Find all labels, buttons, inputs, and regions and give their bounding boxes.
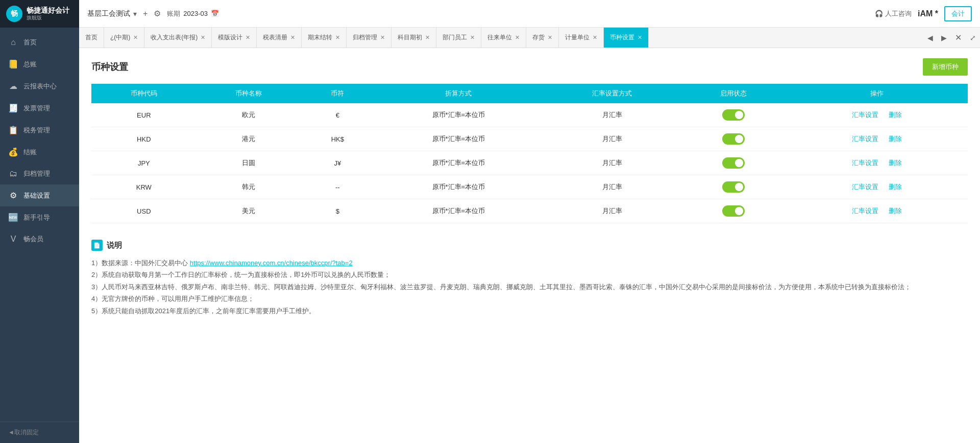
cell-name-1: 港元 bbox=[197, 127, 302, 151]
tab-period-end[interactable]: 期末结转 ✕ bbox=[302, 28, 347, 48]
tab-home[interactable]: 首页 bbox=[79, 28, 104, 48]
tabs-expand-icon[interactable]: ⤢ bbox=[966, 32, 980, 44]
sidebar-item-tax[interactable]: 📋 税务管理 bbox=[0, 119, 79, 141]
sidebar-item-member[interactable]: V 畅会员 bbox=[0, 228, 79, 250]
calendar-icon[interactable]: 📅 bbox=[211, 10, 219, 17]
cell-symbol-2: J¥ bbox=[301, 151, 374, 175]
tab-tax[interactable]: 税表清册 ✕ bbox=[257, 28, 302, 48]
sidebar-item-ledger[interactable]: 📒 总账 bbox=[0, 53, 79, 75]
tab-subjects-close[interactable]: ✕ bbox=[425, 34, 430, 41]
account-button[interactable]: 会计 bbox=[944, 6, 972, 21]
tabs-next-icon[interactable]: ▶ bbox=[937, 32, 951, 44]
sidebar-item-reports[interactable]: ☁ 云报表中心 bbox=[0, 75, 79, 97]
tab-balance-close[interactable]: ✕ bbox=[133, 34, 138, 41]
cell-symbol-0: € bbox=[301, 103, 374, 127]
support-button[interactable]: 🎧 人工咨询 bbox=[875, 9, 912, 18]
table-row: HKD 港元 HK$ 原币*汇率=本位币 月汇率 汇率设置 删除 bbox=[91, 127, 968, 151]
tab-customer[interactable]: 往来单位 ✕ bbox=[481, 28, 526, 48]
tab-template-label: 模版设计 bbox=[218, 33, 242, 42]
sidebar-item-invoice[interactable]: 🧾 发票管理 bbox=[0, 97, 79, 119]
cell-actions-4: 汇率设置 删除 bbox=[786, 199, 968, 223]
sidebar-item-settlement[interactable]: 💰 结账 bbox=[0, 141, 79, 163]
toggle-4[interactable] bbox=[722, 205, 745, 217]
add-tab-icon[interactable]: + bbox=[143, 9, 148, 18]
cell-name-4: 美元 bbox=[197, 199, 302, 223]
sidebar-item-basic[interactable]: ⚙ 基础设置 bbox=[0, 184, 79, 206]
tabs-prev-icon[interactable]: ◀ bbox=[923, 32, 937, 44]
notes-icon: 📄 bbox=[91, 240, 103, 251]
rate-setting-link-1[interactable]: 汇率设置 bbox=[852, 135, 878, 143]
tab-template-close[interactable]: ✕ bbox=[246, 34, 250, 41]
sidebar-item-guide[interactable]: 🆕 新手引导 bbox=[0, 206, 79, 228]
delete-link-3[interactable]: 删除 bbox=[889, 183, 902, 191]
sidebar-item-archive[interactable]: 🗂 归档管理 bbox=[0, 163, 79, 184]
tab-tax-close[interactable]: ✕ bbox=[290, 34, 295, 41]
tab-dept-close[interactable]: ✕ bbox=[470, 34, 475, 41]
tab-income[interactable]: 收入支出表(年报) ✕ bbox=[144, 28, 212, 48]
tab-archive[interactable]: 归档管理 ✕ bbox=[347, 28, 391, 48]
col-symbol: 币符 bbox=[301, 84, 374, 103]
tab-period-end-label: 期末结转 bbox=[308, 33, 332, 42]
sidebar-label-member: 畅会员 bbox=[23, 235, 43, 244]
notes-item: 4）无官方牌价的币种，可以用用户手工维护汇率信息； bbox=[91, 293, 968, 305]
tab-dept[interactable]: 部门员工 ✕ bbox=[436, 28, 481, 48]
delete-link-0[interactable]: 删除 bbox=[889, 111, 902, 119]
gear-settings-icon[interactable]: ⚙ bbox=[154, 9, 161, 18]
tab-subjects[interactable]: 科目期初 ✕ bbox=[391, 28, 436, 48]
currency-table: 币种代码 币种名称 币符 折算方式 汇率设置方式 启用状态 操作 EUR 欧元 … bbox=[91, 84, 968, 223]
delete-link-2[interactable]: 删除 bbox=[889, 159, 902, 167]
rate-setting-link-0[interactable]: 汇率设置 bbox=[852, 111, 878, 119]
sidebar-label-basic: 基础设置 bbox=[23, 191, 50, 200]
sidebar-pin-toggle[interactable]: ◄取消固定 bbox=[0, 422, 79, 443]
delete-link-1[interactable]: 删除 bbox=[889, 135, 902, 143]
tab-customer-close[interactable]: ✕ bbox=[515, 34, 520, 41]
col-status: 启用状态 bbox=[681, 84, 786, 103]
tab-balance[interactable]: ¿(中期) ✕ bbox=[104, 28, 144, 48]
tabs-close-all-icon[interactable]: ✕ bbox=[951, 31, 966, 44]
toggle-2[interactable] bbox=[722, 157, 745, 169]
tab-currency-close[interactable]: ✕ bbox=[638, 34, 642, 41]
period-selector[interactable]: 账期 2023-03 📅 bbox=[167, 9, 219, 18]
chinamoney-link[interactable]: https://www.chinamoney.com.cn/chinese/bk… bbox=[190, 259, 353, 267]
cell-status-3 bbox=[681, 175, 786, 199]
cell-actions-1: 汇率设置 删除 bbox=[786, 127, 968, 151]
tab-template[interactable]: 模版设计 ✕ bbox=[212, 28, 257, 48]
sidebar-item-home[interactable]: ⌂ 首页 bbox=[0, 32, 79, 53]
cell-rate-type-1: 月汇率 bbox=[543, 127, 680, 151]
new-currency-button[interactable]: 新增币种 bbox=[923, 58, 968, 76]
tab-income-close[interactable]: ✕ bbox=[201, 34, 205, 41]
header-right: 🎧 人工咨询 iAM * 会计 bbox=[875, 6, 972, 21]
delete-link-4[interactable]: 删除 bbox=[889, 207, 902, 215]
tab-currency[interactable]: 币种设置 ✕ bbox=[604, 28, 649, 48]
notes-item: 3）人民币对马来西亚林吉特、俄罗斯卢布、南非兰特、韩元、阿联酋迪拉姆、沙特里亚尔… bbox=[91, 281, 968, 293]
project-dropdown-icon[interactable]: ▾ bbox=[133, 10, 137, 18]
sidebar-label-archive: 归档管理 bbox=[23, 169, 50, 178]
cell-code-0: EUR bbox=[91, 103, 197, 127]
notes-item: 5）系统只能自动抓取2021年度后的汇率，之前年度汇率需要用户手工维护。 bbox=[91, 305, 968, 317]
rate-setting-link-2[interactable]: 汇率设置 bbox=[852, 159, 878, 167]
table-row: JPY 日圆 J¥ 原币*汇率=本位币 月汇率 汇率设置 删除 bbox=[91, 151, 968, 175]
notes-item: 1）数据来源：中国外汇交易中心 https://www.chinamoney.c… bbox=[91, 257, 968, 269]
toggle-3[interactable] bbox=[722, 181, 745, 193]
col-name: 币种名称 bbox=[197, 84, 302, 103]
tab-archive-close[interactable]: ✕ bbox=[380, 34, 385, 41]
tab-balance-label: ¿(中期) bbox=[110, 33, 130, 42]
ledger-icon: 📒 bbox=[8, 59, 18, 69]
toggle-0[interactable] bbox=[722, 109, 745, 121]
project-selector[interactable]: 基层工会测试 ▾ bbox=[87, 9, 137, 18]
tab-inventory-close[interactable]: ✕ bbox=[548, 34, 552, 41]
cell-status-0 bbox=[681, 103, 786, 127]
tab-unit-close[interactable]: ✕ bbox=[593, 34, 597, 41]
settings-icon: ⚙ bbox=[8, 191, 18, 200]
tab-inventory[interactable]: 存货 ✕ bbox=[526, 28, 559, 48]
cell-code-1: HKD bbox=[91, 127, 197, 151]
toggle-1[interactable] bbox=[722, 133, 745, 145]
tab-unit[interactable]: 计量单位 ✕ bbox=[559, 28, 604, 48]
col-code: 币种代码 bbox=[91, 84, 197, 103]
tab-period-end-close[interactable]: ✕ bbox=[335, 34, 340, 41]
rate-setting-link-4[interactable]: 汇率设置 bbox=[852, 207, 878, 215]
rate-setting-link-3[interactable]: 汇率设置 bbox=[852, 183, 878, 191]
tax-icon: 📋 bbox=[8, 125, 18, 135]
col-rate-type: 汇率设置方式 bbox=[543, 84, 680, 103]
invoice-icon: 🧾 bbox=[8, 103, 18, 113]
